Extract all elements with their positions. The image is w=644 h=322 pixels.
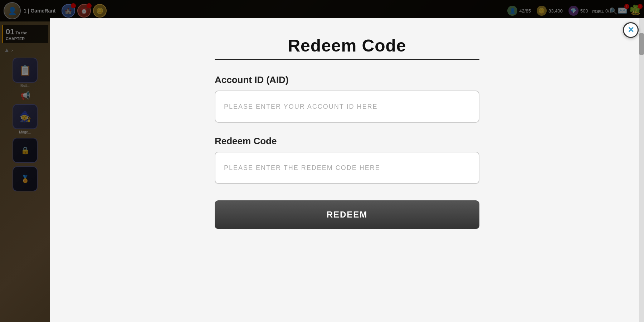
scrollbar[interactable] xyxy=(639,18,644,322)
close-icon: ✕ xyxy=(628,25,634,35)
redeem-code-modal: ✕ Redeem Code Account ID (AID) Redeem Co… xyxy=(50,18,644,322)
redeem-code-label: Redeem Code xyxy=(215,136,479,147)
submit-button[interactable]: REDEEM xyxy=(215,200,479,229)
modal-close-button[interactable]: ✕ xyxy=(623,22,639,38)
redeem-code-input[interactable] xyxy=(215,152,479,184)
account-id-input[interactable] xyxy=(215,91,479,123)
redeem-code-field-group: Redeem Code xyxy=(215,136,479,197)
modal-divider xyxy=(215,59,479,60)
modal-title: Redeem Code xyxy=(215,36,479,55)
account-id-label: Account ID (AID) xyxy=(215,74,479,86)
scroll-thumb[interactable] xyxy=(639,33,644,55)
modal-content: Redeem Code Account ID (AID) Redeem Code… xyxy=(186,18,508,250)
submit-label: REDEEM xyxy=(327,210,368,219)
account-id-field-group: Account ID (AID) xyxy=(215,74,479,136)
